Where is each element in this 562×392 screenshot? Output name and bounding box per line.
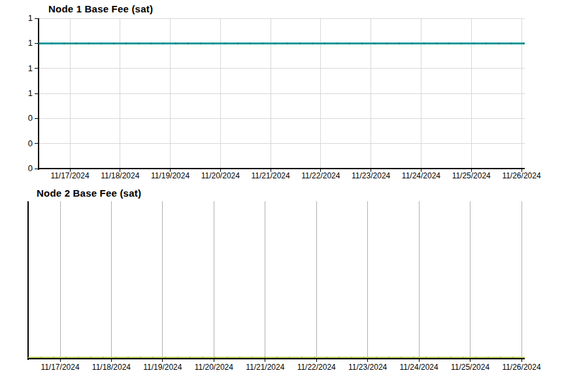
x-axis [27, 358, 525, 359]
h-gridline [39, 18, 525, 19]
node2-chart-title: Node 2 Base Fee (sat) [37, 188, 141, 199]
v-gridline [419, 201, 420, 359]
x-tick-label: 11/21/2024 [243, 171, 298, 180]
v-gridline [367, 201, 368, 359]
x-tick-label: 11/19/2024 [143, 171, 198, 180]
h-gridline [39, 68, 525, 69]
x-tick-label: 11/23/2024 [344, 171, 399, 180]
v-gridline [214, 201, 214, 359]
v-gridline [60, 201, 61, 359]
node1-chart-title: Node 1 Base Fee (sat) [48, 3, 153, 14]
h-gridline [39, 143, 525, 144]
y-axis [27, 201, 29, 360]
x-tick-label: 11/20/2024 [186, 363, 241, 372]
v-gridline [470, 201, 471, 359]
x-tick-label: 11/22/2024 [293, 171, 348, 180]
y-tick-label: 1 [7, 37, 33, 49]
y-tick-label: 0 [7, 163, 33, 174]
x-tick-label: 11/26/2024 [494, 171, 549, 180]
x-tick-label: 11/18/2024 [84, 363, 139, 372]
v-gridline [265, 201, 265, 359]
fee-charts-page: Node 1 Base Fee (sat) 11/17/202411/18/20… [0, 0, 562, 392]
v-gridline [162, 201, 163, 359]
y-tick-label: 1 [7, 63, 33, 74]
y-tick-label: 0 [7, 112, 33, 124]
x-tick-label: 11/23/2024 [340, 363, 395, 372]
v-gridline [316, 201, 317, 359]
x-tick-label: 11/18/2024 [93, 171, 148, 180]
x-tick-label: 11/24/2024 [393, 171, 448, 180]
y-tick-label: 1 [7, 12, 33, 24]
h-gridline [39, 93, 525, 94]
x-tick-label: 11/20/2024 [193, 171, 248, 180]
h-gridline [39, 118, 525, 119]
y-tick-label: 0 [7, 138, 33, 150]
x-tick-label: 11/26/2024 [494, 363, 549, 372]
v-gridline [111, 201, 112, 359]
x-tick-label: 11/25/2024 [443, 363, 498, 372]
x-tick-label: 11/25/2024 [444, 171, 499, 180]
x-tick-label: 11/24/2024 [391, 363, 446, 372]
x-tick-label: 11/17/2024 [33, 363, 88, 372]
x-tick-label: 11/17/2024 [42, 171, 97, 180]
x-tick-label: 11/21/2024 [238, 363, 293, 372]
y-axis [38, 18, 39, 170]
x-axis [38, 168, 525, 169]
v-gridline [521, 201, 522, 359]
series-line [28, 357, 525, 358]
series-line [39, 42, 525, 44]
y-tick-label: 1 [7, 88, 33, 99]
x-tick-label: 11/22/2024 [289, 363, 344, 372]
x-tick-label: 11/19/2024 [135, 363, 190, 372]
